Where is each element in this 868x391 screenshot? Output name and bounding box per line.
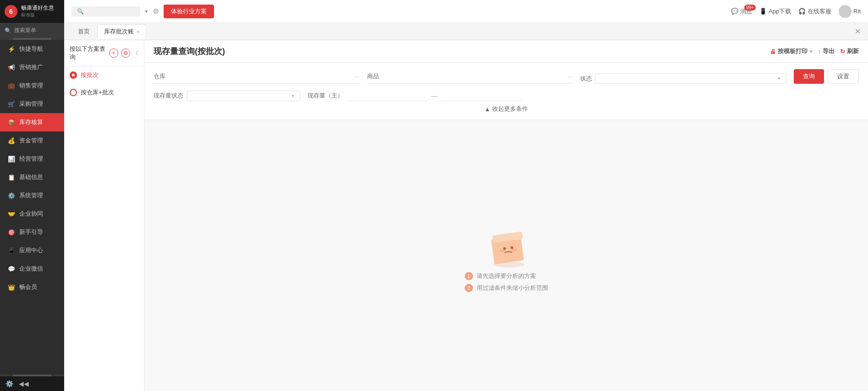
- tabbar-close-all-icon[interactable]: ✕: [855, 27, 861, 36]
- qty-max-input[interactable]: [441, 90, 522, 101]
- tab-inventory-label: 库存批次账: [104, 27, 134, 36]
- sidebar-item-inventory[interactable]: 📦 库存核算: [0, 113, 64, 131]
- left-panel-title: 按以下方案查询: [70, 45, 109, 61]
- messages-action[interactable]: 💬 消息 99+: [731, 7, 752, 16]
- purchase-icon: 🛒: [7, 100, 16, 108]
- operation-icon: 📊: [7, 155, 16, 163]
- system-icon: ⚙️: [7, 191, 16, 200]
- content-area: 按以下方案查询 + ⚙ 《 按批次 按仓库+批次: [64, 40, 868, 391]
- sidebar-item-apps[interactable]: 📱 应用中心: [0, 241, 64, 260]
- hint-num-1: 1: [465, 272, 473, 280]
- sidebar-item-label: 资金管理: [19, 136, 43, 145]
- empty-svg: [483, 219, 534, 269]
- scheme-dot-empty: [70, 89, 77, 96]
- page-title-text: 现存量查询(按批次): [154, 46, 225, 57]
- scheme-item-batch[interactable]: 按批次: [64, 66, 144, 84]
- messages-icon: 💬: [731, 8, 738, 15]
- topbar-search-box[interactable]: 🔍: [71, 6, 140, 16]
- add-scheme-btn[interactable]: +: [109, 49, 118, 58]
- sidebar-item-system[interactable]: ⚙️ 系统管理: [0, 186, 64, 205]
- quick-nav-icon: ⚡: [7, 45, 16, 53]
- print-btn[interactable]: 🖨 按模板打印 ▾: [770, 47, 813, 55]
- status-select[interactable]: ▼: [595, 73, 786, 84]
- sidebar-item-basic[interactable]: 📋 基础信息: [0, 168, 64, 186]
- export-label: 导出: [823, 47, 835, 55]
- sidebar-item-guide[interactable]: 🎯 新手引导: [0, 223, 64, 241]
- settings-bottom-icon[interactable]: ⚙️: [5, 380, 13, 387]
- svg-point-4: [511, 246, 513, 249]
- sidebar-item-enterprise[interactable]: 🤝 企业协同: [0, 205, 64, 223]
- member-icon: 👑: [7, 283, 16, 291]
- finance-icon: 💰: [7, 136, 16, 145]
- qty-min-input[interactable]: [347, 90, 428, 101]
- query-button[interactable]: 查询: [794, 69, 824, 84]
- right-panel: 现存量查询(按批次) 🖨 按模板打印 ▾ ↑ 导出 ↻ 刷新: [144, 40, 868, 391]
- sidebar-item-label: 企业协同: [19, 210, 43, 218]
- app-logo: 6: [5, 5, 17, 18]
- sidebar-item-label: 新手引导: [19, 228, 43, 236]
- topbar-gear-icon[interactable]: ⚙: [153, 7, 159, 16]
- service-icon: 🎧: [798, 8, 806, 15]
- sidebar-item-finance[interactable]: 💰 资金管理: [0, 131, 64, 150]
- scheme-settings-btn[interactable]: ⚙: [121, 49, 130, 58]
- page-title-actions: 🖨 按模板打印 ▾ ↑ 导出 ↻ 刷新: [770, 47, 859, 55]
- apps-icon: 📱: [7, 246, 16, 255]
- collapse-more-btn[interactable]: ▲ 收起更多条件: [154, 105, 859, 113]
- user-name: Rit: [853, 8, 861, 15]
- filter-area: 仓库 ··· 商品 ··· 状态 ▼: [144, 63, 868, 120]
- warehouse-input[interactable]: [169, 73, 355, 80]
- sidebar-item-marketing[interactable]: 📢 营销推广: [0, 58, 64, 76]
- tabbar: 首页 库存批次账 × ✕: [64, 23, 868, 40]
- sidebar-item-operation[interactable]: 📊 经营管理: [0, 150, 64, 168]
- sidebar-item-sales[interactable]: 💼 销售管理: [0, 76, 64, 95]
- refresh-icon: ↻: [840, 48, 845, 55]
- guide-icon: 🎯: [7, 228, 16, 236]
- topbar-chevron-icon[interactable]: ▾: [145, 8, 148, 15]
- app-download-action[interactable]: 📱 App下载: [759, 7, 791, 16]
- left-panel: 按以下方案查询 + ⚙ 《 按批次 按仓库+批次: [64, 40, 144, 391]
- empty-hint-2: 2 用过滤条件来缩小分析范围: [465, 284, 548, 292]
- experience-btn[interactable]: 体验行业方案: [164, 5, 214, 18]
- sidebar-item-quick-nav[interactable]: ⚡ 快捷导航: [0, 40, 64, 58]
- page-header: 现存量查询(按批次) 🖨 按模板打印 ▾ ↑ 导出 ↻ 刷新: [144, 40, 868, 63]
- tab-inventory-batch[interactable]: 库存批次账 ×: [97, 24, 146, 39]
- sidebar-item-label: 销售管理: [19, 81, 43, 90]
- version-label: 标准版: [21, 12, 54, 18]
- inventory-status-select[interactable]: ▼: [187, 91, 300, 101]
- empty-hint-1: 1 请先选择要分析的方案: [465, 272, 548, 280]
- sidebar-search[interactable]: 🔍 搜索菜单: [0, 23, 64, 38]
- empty-illustration: [483, 219, 529, 265]
- refresh-btn[interactable]: ↻ 刷新: [840, 47, 859, 55]
- scheme-item-warehouse-batch[interactable]: 按仓库+批次: [64, 84, 144, 101]
- collapse-sidebar-icon[interactable]: ◀◀: [19, 380, 29, 387]
- scheme-dot-filled: [70, 71, 77, 79]
- sidebar-item-label: 基础信息: [19, 173, 43, 181]
- left-panel-header: 按以下方案查询 + ⚙ 《: [64, 40, 144, 66]
- user-profile[interactable]: Rit: [839, 5, 861, 18]
- sidebar-item-member[interactable]: 👑 畅会员: [0, 278, 64, 296]
- online-service-action[interactable]: 🎧 在线客服: [798, 7, 831, 16]
- settings-button[interactable]: 设置: [828, 69, 859, 84]
- sidebar-item-label: 畅会员: [19, 283, 37, 291]
- tab-close-icon[interactable]: ×: [137, 29, 139, 34]
- warehouse-dots[interactable]: ···: [355, 73, 360, 80]
- tab-home[interactable]: 首页: [71, 25, 96, 38]
- app-download-label: App下载: [769, 7, 791, 16]
- product-input[interactable]: [383, 73, 568, 80]
- collapse-label: 收起更多条件: [492, 105, 528, 113]
- sidebar-bottom: ⚙️ ◀◀: [0, 376, 64, 391]
- sidebar-item-label: 快捷导航: [19, 45, 43, 53]
- svg-point-3: [503, 247, 506, 250]
- sidebar-item-wechat[interactable]: 💬 企业微信: [0, 260, 64, 278]
- collapse-panel-icon[interactable]: 《: [133, 49, 138, 57]
- scheme-item-label: 按仓库+批次: [81, 88, 114, 97]
- left-panel-actions: + ⚙ 《: [109, 49, 138, 58]
- sidebar-item-label: 经营管理: [19, 155, 43, 163]
- empty-state: 1 请先选择要分析的方案 2 用过滤条件来缩小分析范围: [144, 120, 868, 391]
- sidebar-item-purchase[interactable]: 🛒 采购管理: [0, 95, 64, 113]
- svg-point-6: [512, 249, 516, 251]
- hint-text-1: 请先选择要分析的方案: [477, 272, 536, 280]
- export-btn[interactable]: ↑ 导出: [818, 47, 835, 55]
- svg-point-5: [500, 250, 504, 252]
- product-dots[interactable]: ···: [568, 73, 573, 80]
